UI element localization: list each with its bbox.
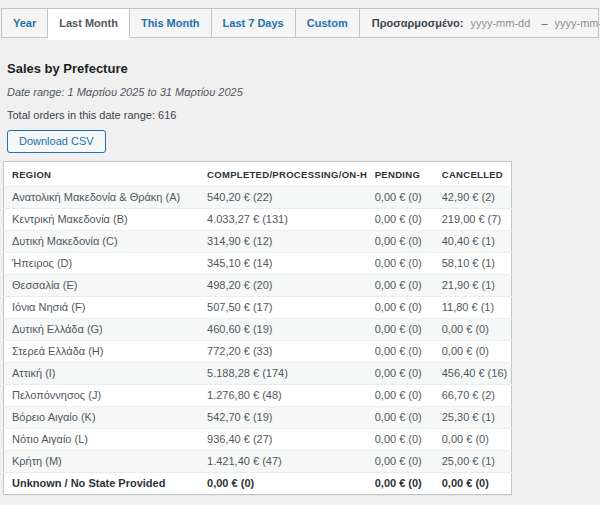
table-row: Δυτική Ελλάδα (G)460,60 € (19)0,00 € (0)… xyxy=(4,319,512,341)
pending-cell: 0,00 € (0) xyxy=(367,275,434,297)
completed-cell: 345,10 € (14) xyxy=(199,253,367,275)
column-header: COMPLETED/PROCESSING/ON-HOLD xyxy=(199,162,367,187)
pending-cell: 0,00 € (0) xyxy=(367,341,434,363)
completed-cell: 542,70 € (19) xyxy=(199,407,367,429)
completed-cell: 1.421,40 € (47) xyxy=(199,451,367,473)
pending-cell: 0,00 € (0) xyxy=(367,363,434,385)
table-row: Unknown / No State Provided0,00 € (0)0,0… xyxy=(4,473,512,495)
pending-cell: 0,00 € (0) xyxy=(367,407,434,429)
completed-cell: 498,20 € (20) xyxy=(199,275,367,297)
pending-cell: 0,00 € (0) xyxy=(367,297,434,319)
tab-last-month[interactable]: Last Month xyxy=(48,9,130,37)
completed-cell: 936,40 € (27) xyxy=(199,429,367,451)
report-header: Sales by Prefecture Date range: 1 Μαρτίο… xyxy=(0,61,600,153)
cancelled-cell: 11,80 € (1) xyxy=(434,297,512,319)
region-cell: Ήπειρος (D) xyxy=(4,253,200,275)
region-cell: Unknown / No State Provided xyxy=(4,473,200,495)
completed-cell: 1.276,80 € (48) xyxy=(199,385,367,407)
region-cell: Δυτική Μακεδονία (C) xyxy=(4,231,200,253)
cancelled-cell: 25,00 € (1) xyxy=(434,451,512,473)
cancelled-cell: 0,00 € (0) xyxy=(434,341,512,363)
pending-cell: 0,00 € (0) xyxy=(367,209,434,231)
region-cell: Κεντρική Μακεδονία (B) xyxy=(4,209,200,231)
pending-cell: 0,00 € (0) xyxy=(367,187,434,209)
report-range-tabbar: YearLast MonthThis MonthLast 7 DaysCusto… xyxy=(1,8,599,38)
range-tabs: YearLast MonthThis MonthLast 7 DaysCusto… xyxy=(2,9,360,37)
table-row: Αττική (I)5.188,28 € (174)0,00 € (0)456,… xyxy=(4,363,512,385)
table-row: Κεντρική Μακεδονία (B)4.033,27 € (131)0,… xyxy=(4,209,512,231)
cancelled-cell: 0,00 € (0) xyxy=(434,319,512,341)
cancelled-cell: 58,10 € (1) xyxy=(434,253,512,275)
cancelled-cell: 0,00 € (0) xyxy=(434,429,512,451)
table-row: Θεσσαλία (E)498,20 € (20)0,00 € (0)21,90… xyxy=(4,275,512,297)
pending-cell: 0,00 € (0) xyxy=(367,319,434,341)
tab-this-month[interactable]: This Month xyxy=(130,9,212,37)
table-row: Νότιο Αιγαίο (L)936,40 € (27)0,00 € (0)0… xyxy=(4,429,512,451)
pending-cell: 0,00 € (0) xyxy=(367,253,434,275)
cancelled-cell: 66,70 € (2) xyxy=(434,385,512,407)
column-header: REGION xyxy=(4,162,200,187)
table-row: Ήπειρος (D)345,10 € (14)0,00 € (0)58,10 … xyxy=(4,253,512,275)
table-row: Στερεά Ελλάδα (H)772,20 € (33)0,00 € (0)… xyxy=(4,341,512,363)
region-cell: Ανατολική Μακεδονία & Θράκη (A) xyxy=(4,187,200,209)
completed-cell: 314,90 € (12) xyxy=(199,231,367,253)
region-cell: Κρήτη (M) xyxy=(4,451,200,473)
table-row: Ανατολική Μακεδονία & Θράκη (A)540,20 € … xyxy=(4,187,512,209)
completed-cell: 540,20 € (22) xyxy=(199,187,367,209)
pending-cell: 0,00 € (0) xyxy=(367,451,434,473)
table-row: Κρήτη (M)1.421,40 € (47)0,00 € (0)25,00 … xyxy=(4,451,512,473)
pending-cell: 0,00 € (0) xyxy=(367,385,434,407)
tab-year[interactable]: Year xyxy=(2,9,48,37)
column-header: PENDING xyxy=(367,162,434,187)
region-cell: Βόρειο Αιγαίο (K) xyxy=(4,407,200,429)
orders-total-text: Total orders in this date range: 616 xyxy=(7,109,593,121)
sales-by-prefecture-table: REGIONCOMPLETED/PROCESSING/ON-HOLDPENDIN… xyxy=(3,161,512,495)
table-row: Δυτική Μακεδονία (C)314,90 € (12)0,00 € … xyxy=(4,231,512,253)
date-range-text: Date range: 1 Μαρτίου 2025 to 31 Μαρτίου… xyxy=(7,86,593,98)
completed-cell: 507,50 € (17) xyxy=(199,297,367,319)
cancelled-cell: 21,90 € (1) xyxy=(434,275,512,297)
region-cell: Δυτική Ελλάδα (G) xyxy=(4,319,200,341)
cancelled-cell: 42,90 € (2) xyxy=(434,187,512,209)
pending-cell: 0,00 € (0) xyxy=(367,231,434,253)
region-cell: Νότιο Αιγαίο (L) xyxy=(4,429,200,451)
page-title: Sales by Prefecture xyxy=(7,61,593,76)
cancelled-cell: 456,40 € (16) xyxy=(434,363,512,385)
table-row: Πελοπόννησος (J)1.276,80 € (48)0,00 € (0… xyxy=(4,385,512,407)
completed-cell: 4.033,27 € (131) xyxy=(199,209,367,231)
region-cell: Στερεά Ελλάδα (H) xyxy=(4,341,200,363)
region-cell: Πελοπόννησος (J) xyxy=(4,385,200,407)
cancelled-cell: 40,40 € (1) xyxy=(434,231,512,253)
cancelled-cell: 25,30 € (1) xyxy=(434,407,512,429)
custom-range-label: Προσαρμοσμένο: xyxy=(372,17,464,29)
date-to-input[interactable] xyxy=(555,15,600,31)
region-cell: Ιόνια Νησιά (F) xyxy=(4,297,200,319)
date-range-separator: – xyxy=(541,17,547,29)
custom-range-area: Προσαρμοσμένο: – Μετάβαση xyxy=(360,9,600,37)
completed-cell: 0,00 € (0) xyxy=(199,473,367,495)
completed-cell: 5.188,28 € (174) xyxy=(199,363,367,385)
tab-last-7-days[interactable]: Last 7 Days xyxy=(212,9,296,37)
table-row: Βόρειο Αιγαίο (K)542,70 € (19)0,00 € (0)… xyxy=(4,407,512,429)
table-body: Ανατολική Μακεδονία & Θράκη (A)540,20 € … xyxy=(4,187,512,495)
tab-custom[interactable]: Custom xyxy=(296,9,360,37)
region-cell: Αττική (I) xyxy=(4,363,200,385)
date-from-input[interactable] xyxy=(470,15,534,31)
download-csv-button[interactable]: Download CSV xyxy=(7,130,106,153)
completed-cell: 460,60 € (19) xyxy=(199,319,367,341)
region-cell: Θεσσαλία (E) xyxy=(4,275,200,297)
pending-cell: 0,00 € (0) xyxy=(367,429,434,451)
sales-table-container: REGIONCOMPLETED/PROCESSING/ON-HOLDPENDIN… xyxy=(3,161,512,495)
completed-cell: 772,20 € (33) xyxy=(199,341,367,363)
table-header-row: REGIONCOMPLETED/PROCESSING/ON-HOLDPENDIN… xyxy=(4,162,512,187)
table-row: Ιόνια Νησιά (F)507,50 € (17)0,00 € (0)11… xyxy=(4,297,512,319)
column-header: CANCELLED xyxy=(434,162,512,187)
cancelled-cell: 0,00 € (0) xyxy=(434,473,512,495)
cancelled-cell: 219,00 € (7) xyxy=(434,209,512,231)
pending-cell: 0,00 € (0) xyxy=(367,473,434,495)
